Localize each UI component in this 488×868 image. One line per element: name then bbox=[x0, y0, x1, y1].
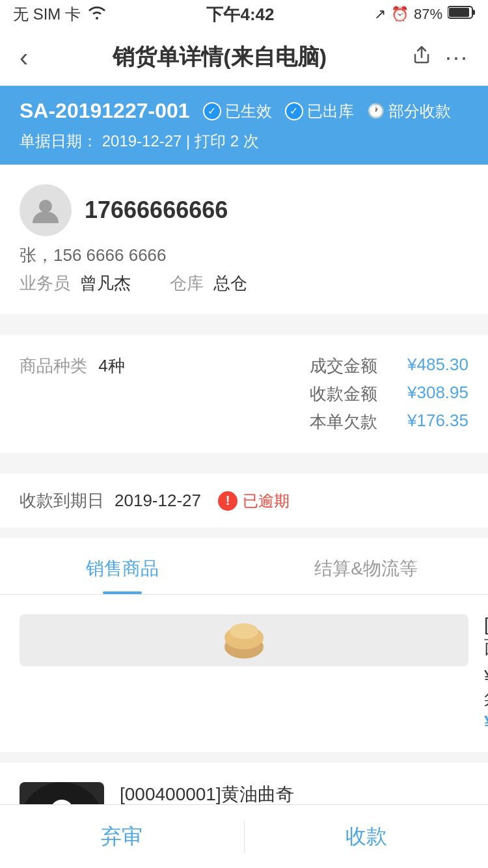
meta-print: | 打印 2 次 bbox=[186, 132, 259, 150]
category-value: 4种 bbox=[98, 356, 124, 375]
status-effective: ✓ 已生效 bbox=[203, 101, 272, 122]
due-date-value: 2019-12-27 bbox=[115, 491, 201, 511]
clock-icon: 🕐 bbox=[367, 103, 385, 120]
due-date-card: 收款到期日 2019-12-27 ! 已逾期 bbox=[0, 474, 488, 528]
status-bar-time: 下午4:42 bbox=[206, 3, 274, 26]
separator-3 bbox=[0, 528, 488, 538]
tab-settlement-label: 结算&物流等 bbox=[314, 558, 418, 578]
nav-right-icons: ··· bbox=[411, 44, 468, 71]
separator-1 bbox=[0, 325, 488, 335]
received-value: ¥308.95 bbox=[390, 383, 468, 405]
customer-contact: 张，156 6666 6666 bbox=[20, 244, 468, 267]
warehouse-row: 仓库 总仓 bbox=[170, 272, 247, 295]
order-header: SA-20191227-001 ✓ 已生效 ✓ 已出库 🕐 部分收款 单据日期：… bbox=[0, 86, 488, 165]
battery-text: 87% bbox=[414, 6, 442, 23]
product-info-1: [0000002]面包 ¥40 x 5 袋 = ¥199.99 bbox=[484, 614, 488, 733]
overdue-label: 已逾期 bbox=[243, 491, 290, 511]
check-icon-1: ✓ bbox=[203, 102, 221, 120]
svg-rect-2 bbox=[449, 8, 469, 17]
overdue-badge: ! 已逾期 bbox=[218, 491, 290, 511]
owed-value: ¥176.35 bbox=[390, 411, 468, 433]
amount-row: 成交金额 ¥485.30 bbox=[310, 355, 468, 377]
summary-right: 成交金额 ¥485.30 收款金额 ¥308.95 本单欠款 ¥176.35 bbox=[310, 355, 468, 433]
order-meta: 单据日期： 2019-12-27 | 打印 2 次 bbox=[20, 131, 468, 152]
order-number: SA-20191227-001 bbox=[20, 99, 190, 123]
product-price-row-1: ¥40 x 5 袋 = ¥199.99 bbox=[484, 666, 488, 733]
tab-settlement[interactable]: 结算&物流等 bbox=[244, 538, 488, 594]
status-shipped-label: 已出库 bbox=[307, 101, 354, 122]
product-total-1: ¥199.99 bbox=[484, 712, 488, 732]
cancel-button[interactable]: 弃审 bbox=[0, 809, 244, 864]
warehouse-value: 总仓 bbox=[213, 273, 247, 293]
received-row: 收款金额 ¥308.95 bbox=[310, 383, 468, 405]
customer-card: 17666666666 张，156 6666 6666 业务员 曾凡杰 仓库 总… bbox=[0, 165, 488, 314]
avatar bbox=[20, 184, 72, 236]
summary-card: 商品种类 4种 成交金额 ¥485.30 收款金额 ¥308.95 本单欠款 ¥… bbox=[0, 335, 488, 453]
product-name-1: [0000002]面包 bbox=[484, 614, 488, 660]
svg-point-3 bbox=[39, 200, 52, 213]
status-effective-label: 已生效 bbox=[225, 101, 272, 122]
owed-row: 本单欠款 ¥176.35 bbox=[310, 411, 468, 433]
amount-label: 成交金额 bbox=[310, 355, 377, 377]
check-icon-2: ✓ bbox=[285, 102, 303, 120]
meta-date-value: 2019-12-27 bbox=[102, 132, 182, 150]
status-bar: 无 SIM 卡 下午4:42 ↗ ⏰ 87% bbox=[0, 0, 488, 29]
page-title: 销货单详情(来自电脑) bbox=[113, 42, 327, 72]
sales-rep-value: 曾凡杰 bbox=[80, 273, 131, 293]
alarm-icon: ⏰ bbox=[391, 6, 409, 23]
status-partial: 🕐 部分收款 bbox=[367, 101, 451, 122]
customer-details: 业务员 曾凡杰 仓库 总仓 bbox=[20, 272, 468, 295]
product-price-1: ¥40 bbox=[484, 666, 488, 686]
status-shipped: ✓ 已出库 bbox=[285, 101, 354, 122]
category-label: 商品种类 bbox=[20, 356, 87, 375]
sales-rep-label: 业务员 bbox=[20, 273, 70, 293]
product-item: [0000002]面包 ¥40 x 5 袋 = ¥199.99 bbox=[0, 595, 488, 752]
wifi-icon bbox=[87, 5, 107, 23]
back-button[interactable]: ‹ bbox=[20, 44, 28, 70]
customer-name: 17666666666 bbox=[85, 197, 228, 224]
meta-date-label: 单据日期： bbox=[20, 132, 98, 150]
product-unit-1: 袋 bbox=[484, 689, 488, 709]
amount-value: ¥485.30 bbox=[390, 355, 468, 377]
status-bar-right: ↗ ⏰ 87% bbox=[374, 5, 475, 23]
share-icon[interactable] bbox=[411, 44, 432, 70]
due-date-label: 收款到期日 bbox=[20, 489, 104, 512]
location-icon: ↗ bbox=[374, 6, 386, 23]
product-name-2: [000400001]黄油曲奇 bbox=[120, 782, 468, 807]
battery-icon bbox=[448, 5, 475, 23]
summary-left: 商品种类 4种 bbox=[20, 355, 125, 377]
overdue-icon: ! bbox=[218, 491, 237, 511]
tab-sales-label: 销售商品 bbox=[86, 558, 159, 578]
tabs-container: 销售商品 结算&物流等 bbox=[0, 538, 488, 595]
separator-2 bbox=[0, 463, 488, 474]
tab-sales-products[interactable]: 销售商品 bbox=[0, 538, 244, 594]
carrier-text: 无 SIM 卡 bbox=[13, 4, 81, 25]
nav-bar: ‹ 销货单详情(来自电脑) ··· bbox=[0, 29, 488, 86]
back-icon: ‹ bbox=[20, 44, 28, 70]
more-icon[interactable]: ··· bbox=[445, 44, 468, 71]
svg-point-6 bbox=[230, 623, 258, 639]
owed-label: 本单欠款 bbox=[310, 411, 377, 433]
sales-rep-row: 业务员 曾凡杰 bbox=[20, 272, 131, 295]
status-bar-left: 无 SIM 卡 bbox=[13, 4, 107, 25]
svg-rect-1 bbox=[472, 10, 475, 15]
received-label: 收款金额 bbox=[310, 383, 377, 405]
warehouse-label: 仓库 bbox=[170, 273, 204, 293]
confirm-button[interactable]: 收款 bbox=[245, 809, 489, 864]
status-partial-label: 部分收款 bbox=[388, 101, 451, 122]
bottom-bar: 弃审 收款 bbox=[0, 804, 488, 868]
product-image-bread bbox=[20, 614, 468, 666]
